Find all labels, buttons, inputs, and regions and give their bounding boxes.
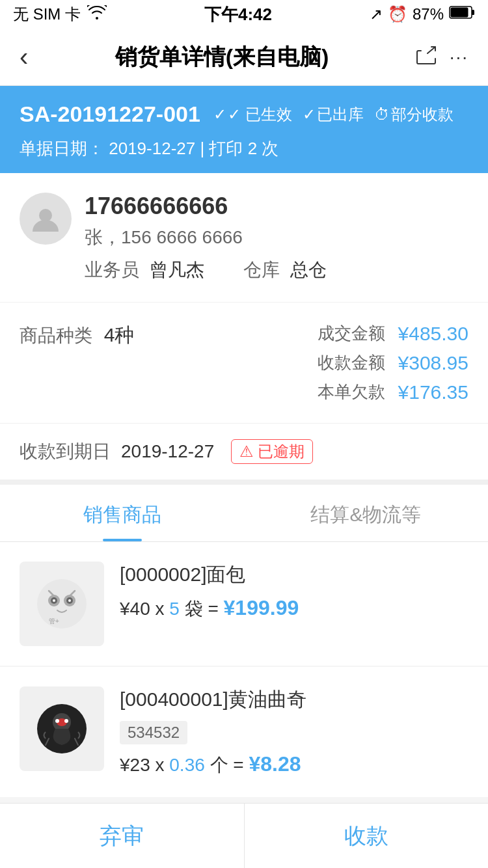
battery-icon [449, 5, 475, 23]
product-price-1: ¥40 x 5 袋 = ¥199.99 [120, 596, 468, 621]
product-type-info: 商品种类 4种 [20, 322, 134, 403]
check-icon-2: ✓ [303, 105, 316, 124]
amount-value: ¥485.30 [398, 323, 468, 345]
qty-2: 0.36 [169, 755, 205, 775]
status-left: 无 SIM 卡 [13, 4, 107, 25]
status-tag-partial: ⏱ 部分收款 [374, 104, 454, 125]
product-image-1: 管+ [20, 562, 104, 646]
order-date: 2019-12-27 [109, 139, 195, 158]
page-title: 销货单详情(来自电脑) [115, 42, 329, 72]
product-info-2: [000400001]黄油曲奇 534532 ¥23 x 0.36 个 = ¥8… [120, 686, 468, 778]
product-sku-2: 534532 [120, 721, 187, 744]
product-price-2: ¥23 x 0.36 个 = ¥8.28 [120, 752, 468, 778]
back-button[interactable]: ‹ [20, 42, 28, 72]
overdue-section: 收款到期日 2019-12-27 ⚠ 已逾期 [0, 424, 488, 485]
unit-2: 个 [210, 755, 228, 775]
amount-info: 成交金额 ¥485.30 收款金额 ¥308.95 本单欠款 ¥176.35 [318, 322, 468, 403]
alarm-icon: ⏰ [388, 5, 407, 23]
check-icon-1: ✓ [213, 105, 226, 124]
type-count: 4种 [104, 324, 135, 346]
svg-rect-2 [450, 8, 468, 18]
product-image-2 [20, 686, 104, 771]
debt-row: 本单欠款 ¥176.35 [318, 381, 468, 403]
warehouse-name: 总仓 [290, 260, 327, 280]
clock-icon: ⏱ [374, 105, 390, 124]
overdue-date: 2019-12-27 [121, 441, 214, 462]
svg-text:管+: 管+ [49, 617, 59, 625]
date-label: 单据日期： [20, 139, 104, 158]
sales-label: 业务员 [85, 260, 139, 280]
status-tag-effective: ✓ ✓ 已生效 [213, 104, 292, 125]
customer-name-phone: 张，156 6666 6666 [85, 225, 468, 250]
overdue-text: 已逾期 [258, 441, 305, 462]
battery-status: 87% [413, 5, 444, 23]
product-name-1: [0000002]面包 [120, 562, 468, 588]
product-info-1: [0000002]面包 ¥40 x 5 袋 = ¥199.99 [120, 562, 468, 621]
more-button[interactable]: ··· [450, 47, 468, 68]
collect-button[interactable]: 收款 [245, 804, 489, 868]
list-item: [000400001]黄油曲奇 534532 ¥23 x 0.36 个 = ¥8… [0, 667, 488, 797]
svg-point-10 [68, 599, 71, 602]
total-1: ¥199.99 [224, 596, 299, 619]
received-value: ¥308.95 [398, 352, 468, 374]
summary-section: 商品种类 4种 成交金额 ¥485.30 收款金额 ¥308.95 本单欠款 ¥… [0, 303, 488, 424]
share-button[interactable] [416, 44, 437, 70]
nav-bar: ‹ 销货单详情(来自电脑) ··· [0, 29, 488, 86]
customer-id: 17666666666 [85, 193, 468, 220]
unit-1: 袋 [185, 599, 203, 619]
print-info: | 打印 2 次 [200, 139, 278, 158]
received-row: 收款金额 ¥308.95 [318, 351, 468, 374]
overdue-label: 收款到期日 [20, 439, 111, 464]
status-bar: 无 SIM 卡 下午4:42 ↗ ⏰ 87% [0, 0, 488, 29]
order-id: SA-20191227-001 [20, 102, 200, 127]
sales-info: 业务员 曾凡杰 [85, 258, 204, 282]
product-name-2: [000400001]黄油曲奇 [120, 686, 468, 713]
cancel-button[interactable]: 弃审 [0, 804, 245, 868]
qty-1: 5 [169, 599, 180, 619]
unit-price-1: ¥40 [120, 599, 150, 619]
customer-section: 17666666666 张，156 6666 6666 业务员 曾凡杰 仓库 总… [0, 173, 488, 303]
amount-label: 成交金额 [318, 322, 385, 345]
svg-rect-1 [472, 10, 474, 15]
debt-value: ¥176.35 [398, 381, 468, 403]
customer-info: 17666666666 张，156 6666 6666 业务员 曾凡杰 仓库 总… [85, 193, 468, 282]
svg-point-9 [53, 599, 55, 602]
product-list: 管+ [0000002]面包 ¥40 x 5 袋 = ¥199.99 [0, 542, 488, 797]
location-icon: ↗ [370, 5, 383, 23]
warehouse-label: 仓库 [243, 260, 280, 280]
customer-meta: 业务员 曾凡杰 仓库 总仓 [85, 258, 468, 282]
status-right: ↗ ⏰ 87% [370, 5, 475, 23]
status-time: 下午4:42 [204, 3, 272, 26]
svg-point-4 [37, 579, 87, 629]
nav-left: ‹ [20, 42, 28, 72]
overdue-warning-icon: ⚠ [239, 442, 254, 461]
order-header: SA-20191227-001 ✓ ✓ 已生效 ✓ 已出库 ⏱ 部分收款 单据日… [0, 86, 488, 173]
nav-right: ··· [416, 44, 468, 70]
amount-row: 成交金额 ¥485.30 [318, 322, 468, 345]
wifi-icon [87, 5, 107, 23]
sim-status: 无 SIM 卡 [13, 4, 81, 25]
customer-avatar [20, 193, 72, 245]
received-label: 收款金额 [318, 351, 385, 374]
overdue-badge: ⚠ 已逾期 [231, 439, 313, 464]
tabs: 销售商品 结算&物流等 [0, 485, 488, 542]
warehouse-info: 仓库 总仓 [243, 258, 327, 282]
order-date-info: 单据日期： 2019-12-27 | 打印 2 次 [20, 137, 468, 160]
tab-settlement[interactable]: 结算&物流等 [244, 485, 488, 541]
sales-name: 曾凡杰 [150, 260, 204, 280]
debt-label: 本单欠款 [318, 381, 385, 403]
total-2: ¥8.28 [249, 752, 301, 776]
list-item: 管+ [0000002]面包 ¥40 x 5 袋 = ¥199.99 [0, 542, 488, 666]
svg-point-15 [55, 719, 59, 723]
status-tag-shipped: ✓ 已出库 [303, 104, 364, 125]
unit-price-2: ¥23 [120, 755, 150, 775]
tab-products[interactable]: 销售商品 [0, 485, 244, 541]
type-label: 商品种类 [20, 325, 92, 346]
bottom-bar: 弃审 收款 [0, 803, 488, 868]
svg-point-16 [64, 719, 68, 723]
